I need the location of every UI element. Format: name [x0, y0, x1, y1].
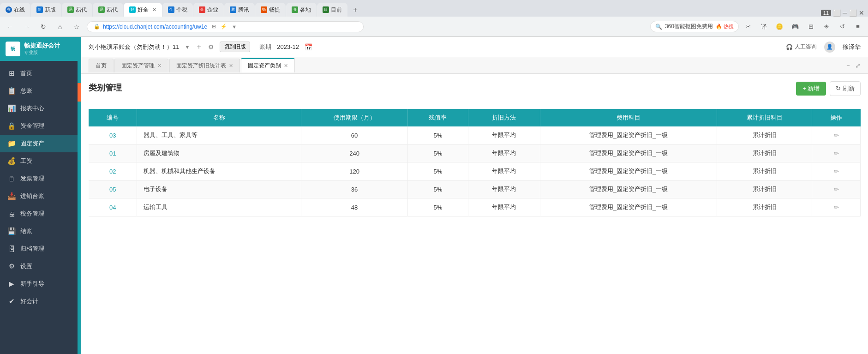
check-nav-icon: ✔	[7, 297, 16, 306]
content-maximize-icon[interactable]: ⤢	[855, 62, 861, 69]
headset-icon: 🎧	[786, 44, 793, 50]
content-tab-fixed-assets-mgmt[interactable]: 固定资产管理 ✕	[114, 59, 168, 72]
browser-tab-muqian[interactable]: 目 目前	[317, 3, 347, 17]
edit-icon[interactable]: ✏	[834, 150, 839, 157]
cell-code[interactable]: 01	[89, 144, 137, 162]
cell-action: ✏	[812, 198, 861, 216]
sidebar-item-homepage[interactable]: ⊞ 首页	[0, 65, 78, 82]
site-info-icon[interactable]: ⊞	[212, 24, 216, 30]
grid-icon[interactable]: ⊞	[804, 20, 817, 33]
table-toolbar: + 新增 ↻ 刷新	[796, 81, 861, 96]
brightness-icon[interactable]: ☀	[820, 20, 833, 33]
cut-icon[interactable]: ✂	[742, 20, 754, 33]
sidebar-item-tax[interactable]: 🖨 税务管理	[0, 205, 78, 222]
sidebar-item-close-period[interactable]: 💾 结账	[0, 222, 78, 240]
cell-method: 年限平均	[468, 126, 540, 144]
archive-nav-icon: 🗄	[7, 245, 16, 253]
dropdown-icon[interactable]: ▼	[232, 24, 237, 30]
browser-tab-tengxun[interactable]: 腾 腾讯	[224, 3, 255, 17]
minimize-icon[interactable]: ─	[843, 9, 847, 17]
sidebar-item-label: 结账	[20, 227, 32, 235]
maximize-icon[interactable]: ⬜	[849, 9, 857, 17]
sidebar-nav: ⊞ 首页 📋 总账 📊 报表中心 🔒 资金管理 📁 固定资产 💰 工资	[0, 61, 78, 354]
sidebar-item-funds[interactable]: 🔒 资金管理	[0, 117, 78, 135]
sidebar-item-general-ledger[interactable]: 📋 总账	[0, 82, 78, 100]
edit-icon[interactable]: ✏	[834, 168, 839, 175]
sidebar-item-label: 报表中心	[20, 104, 44, 113]
user-avatar[interactable]: 👤	[824, 42, 835, 53]
cell-name: 电子设备	[137, 180, 301, 198]
add-category-button[interactable]: + 新增	[796, 82, 826, 96]
bookmark-button[interactable]: ☆	[70, 20, 83, 33]
content-tab-depreciation-table[interactable]: 固定资产折旧统计表 ✕	[169, 59, 240, 72]
edit-icon[interactable]: ✏	[834, 186, 839, 193]
address-bar-row: ← → ↻ ⌂ ☆ 🔒 https://cloud.chanjet.com/ac…	[0, 17, 868, 37]
game-icon[interactable]: 🎮	[789, 20, 802, 33]
content-tab-close-icon[interactable]: ✕	[157, 63, 162, 69]
search-bar[interactable]: 🔍 360智能抠图免费用 🔥 热搜	[650, 21, 739, 32]
close-window-icon[interactable]: ✕	[859, 9, 864, 17]
header-add-icon[interactable]: ＋	[195, 42, 203, 52]
sidebar-item-haokuaiji[interactable]: ✔ 好会计	[0, 293, 78, 310]
cell-code[interactable]: 02	[89, 162, 137, 180]
sidebar-item-archive[interactable]: 🗄 归档管理	[0, 240, 78, 258]
sidebar-item-fixed-assets[interactable]: 📁 固定资产	[0, 135, 78, 152]
new-window-icon[interactable]: ⬜	[833, 9, 841, 17]
content-tab-close-icon[interactable]: ✕	[284, 63, 288, 69]
translate-icon[interactable]: 译	[757, 20, 770, 33]
undo-icon[interactable]: ↺	[836, 20, 849, 33]
sidebar-item-reports[interactable]: 📊 报表中心	[0, 100, 78, 117]
tab-close-haoquan[interactable]: ✕	[152, 7, 156, 13]
coin-icon[interactable]: 🪙	[773, 20, 786, 33]
content-minimize-icon[interactable]: －	[845, 61, 851, 70]
calendar-icon[interactable]: 📅	[305, 43, 312, 51]
sidebar-item-label: 工资	[20, 157, 32, 165]
col-header-action: 操作	[812, 109, 861, 126]
sidebar-item-purchase-sales[interactable]: 📥 进销台账	[0, 187, 78, 205]
refresh-button[interactable]: ↻ 刷新	[830, 81, 861, 96]
sidebar-item-settings[interactable]: ⚙ 设置	[0, 258, 78, 275]
browser-tab-changte[interactable]: 畅 畅提	[255, 3, 286, 17]
address-text: https://cloud.chanjet.com/accounting/uw1…	[103, 24, 207, 30]
reload-button[interactable]: ↻	[37, 20, 50, 33]
fund-nav-icon: 🔒	[7, 122, 16, 130]
sidebar-item-guide[interactable]: ▶ 新手引导	[0, 275, 78, 293]
table-header-row: 编号 名称 使用期限（月） 残值率 折旧方法 费用科目 累计折旧科目 操作	[89, 109, 861, 126]
cell-accumulated: 累计折旧	[717, 180, 812, 198]
switch-version-button[interactable]: 切到旧版	[220, 42, 250, 52]
sidebar-item-invoice[interactable]: 🗒 发票管理	[0, 170, 78, 187]
browser-tab-geshui[interactable]: 个 个税	[162, 3, 193, 17]
cell-code[interactable]: 03	[89, 126, 137, 144]
menu-icon[interactable]: ≡	[851, 20, 864, 33]
browser-tab-xinban[interactable]: 新 新版	[31, 3, 61, 17]
browser-tab-gedi[interactable]: 各 各地	[286, 3, 317, 17]
header-dropdown-icon[interactable]: ▼	[185, 44, 190, 50]
browser-tab-yidai1[interactable]: 易 易代	[62, 3, 92, 17]
cell-code[interactable]: 04	[89, 198, 137, 216]
col-header-residual: 残值率	[408, 109, 468, 126]
content-tab-home[interactable]: 首页	[89, 59, 114, 72]
sidebar-item-label: 好会计	[20, 297, 38, 306]
home-button[interactable]: ⌂	[54, 20, 66, 33]
edit-icon[interactable]: ✏	[834, 204, 839, 211]
cell-method: 年限平均	[468, 162, 540, 180]
report-nav-icon: 📊	[7, 104, 16, 113]
sidebar-item-label: 资金管理	[20, 122, 44, 130]
browser-tab-qiye[interactable]: 企 企业	[193, 3, 224, 17]
app-layout: 畅 畅捷通好会计 专业版 ⊞ 首页 📋 总账 📊 报表中心 🔒 资金管理	[0, 37, 868, 354]
address-bar[interactable]: 🔒 https://cloud.chanjet.com/accounting/u…	[87, 21, 364, 32]
cell-code[interactable]: 05	[89, 180, 137, 198]
browser-tab-yidai2[interactable]: 易 易代	[93, 3, 123, 17]
browser-tab-haoquan[interactable]: 好 好全 ✕	[124, 3, 162, 17]
browser-tab-zaixian[interactable]: 在 在线	[0, 3, 30, 17]
header-settings-icon[interactable]: ⚙	[208, 43, 214, 51]
back-button[interactable]: ←	[4, 20, 17, 33]
sidebar-item-payroll[interactable]: 💰 工资	[0, 152, 78, 170]
support-button[interactable]: 🎧 人工咨询	[786, 43, 817, 51]
new-tab-button[interactable]: ＋	[348, 3, 363, 17]
content-tab-close-icon[interactable]: ✕	[229, 63, 233, 69]
content-tab-asset-category[interactable]: 固定资产类别 ✕	[241, 58, 295, 72]
cell-method: 年限平均	[468, 180, 540, 198]
forward-button[interactable]: →	[20, 20, 33, 33]
edit-icon[interactable]: ✏	[834, 132, 839, 139]
